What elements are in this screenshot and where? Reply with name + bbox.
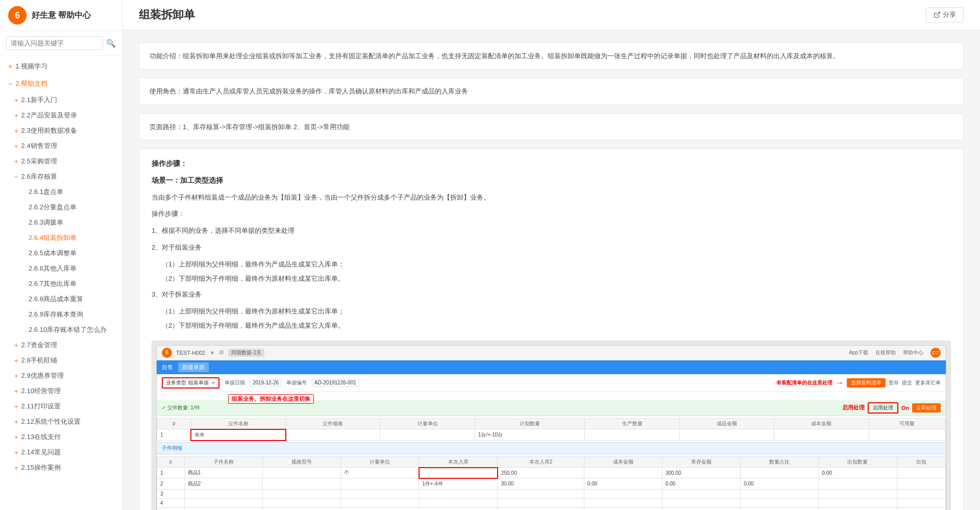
path-box: 页面路径：1、库存核算->库存管理->组装拆卸单 2、首页->常用功能 [139, 113, 964, 140]
sidebar-item-2-6-9[interactable]: 2.6.9库存账本查询 [29, 307, 122, 322]
fake-col-cost-amt: 成本金额 [774, 418, 869, 429]
sidebar-item-2-3[interactable]: + 2.3使用前数据准备 [14, 123, 122, 138]
expand-icon-2-10: + [14, 387, 18, 395]
sidebar-item-2-15[interactable]: + 2.15操作案例 [14, 460, 122, 475]
sidebar-item-2-6-10[interactable]: 2.6.10库存账本错了怎么办 [29, 322, 122, 337]
sidebar-label-2-6-8: 2.6.8商品成本重算 [29, 295, 83, 304]
share-label: 分享 [943, 10, 956, 19]
sidebar-item-2-6-1[interactable]: 2.6.1盘点单 [29, 184, 122, 200]
sidebar-label-2-10: 2.10经营管理 [21, 386, 61, 396]
sidebar-item-2-5[interactable]: + 2.5采购管理 [14, 154, 122, 169]
fake-type-select: 业务类型 组装单据 ▼ [162, 377, 219, 388]
steps-title: 操作步骤： [152, 159, 951, 168]
main-content: 组装拆卸单 分享 功能介绍：组装拆卸单用来处理企业组装或拆卸等加工业务，支持有固… [122, 0, 980, 510]
nav-sub-2-6: 2.6.1盘点单 2.6.2分量盘点单 2.6.3调拨单 2.6.4组装拆卸单 … [14, 184, 122, 337]
sidebar-label-2-3: 2.3使用前数据准备 [21, 126, 77, 135]
sidebar-label-2-6: 2.6库存核算 [21, 172, 57, 181]
sidebar-item-2-4[interactable]: + 2.4销售管理 [14, 138, 122, 154]
sidebar-item-2-1[interactable]: + 2.1新手入门 [14, 92, 122, 108]
sidebar-label-2-8: 2.8手机旺铺 [21, 356, 57, 365]
scenario-title: 场景一：加工类型选择 [152, 174, 951, 187]
screenshot-inner: 6 TEST-H002 ▼ ⚙ 同期数据-1天 App下载 在线帮助 帮助中心 … [152, 341, 950, 510]
share-icon [934, 11, 941, 18]
expand-icon-2-3: + [14, 127, 18, 135]
sidebar-label-2-6-9: 2.6.9库存账本查询 [29, 310, 83, 319]
fake-no-label: 单据编号 [286, 379, 307, 386]
sidebar-label-2-7: 2.7资金管理 [21, 341, 57, 350]
step2-1: （1）上部明细为父件明细，最终作为产成品生成某它入库单； [152, 258, 951, 271]
fake-company: TEST-H002 [176, 350, 205, 356]
fake-no-value: AD-20191226-001 [312, 379, 359, 386]
search-input[interactable] [6, 36, 103, 50]
table-row: 5 [157, 507, 946, 510]
fake-col-product-amt: 成品金额 [679, 418, 774, 429]
sidebar-item-2-6-5[interactable]: 2.6.5成本调整单 [29, 246, 122, 261]
fake-nav-home: 自售 [162, 363, 173, 371]
fake-logo: 6 [162, 348, 172, 358]
table-row: 4 [157, 498, 946, 507]
sidebar-label-2-6-3: 2.6.3调拨单 [29, 218, 63, 227]
sidebar-item-2-12[interactable]: + 2.12系统个性化设置 [14, 414, 122, 429]
sidebar-item-2-2[interactable]: + 2.2产品安装及登录 [14, 108, 122, 123]
svg-line-0 [937, 12, 940, 15]
fake-col-unit: 计量单位 [380, 418, 475, 429]
fake-badge: 同期数据-1天 [228, 349, 264, 357]
fake-nav: 自售 新建单据 [157, 360, 946, 374]
sidebar-item-2-6-8[interactable]: 2.6.8商品成本重算 [29, 292, 122, 307]
fake-date-label: 单据日期 [225, 379, 245, 386]
expand-icon-2-15: + [14, 464, 18, 472]
sidebar-item-2-6-2[interactable]: 2.6.2分量盘点单 [29, 200, 122, 215]
sidebar-item-2-8[interactable]: + 2.8手机旺铺 [14, 353, 122, 368]
sidebar-label-2-14: 2.14常见问题 [21, 448, 61, 457]
expand-icon-2-6: − [14, 173, 18, 181]
fake-sub-section: 子件明细 [157, 442, 946, 454]
fake-type-value: 组装单据 [188, 379, 209, 386]
sidebar-item-2-9[interactable]: + 2.9优惠券管理 [14, 368, 122, 383]
fake-help: 在线帮助 [875, 349, 896, 356]
sidebar-item-2-6-4[interactable]: 2.6.4组装拆卸单 [29, 230, 122, 246]
search-button[interactable]: 🔍 [103, 39, 116, 48]
sidebar-label-1: 1.视频学习 [15, 62, 47, 71]
sidebar-item-2-13[interactable]: + 2.13在线支付 [14, 429, 122, 445]
main-header: 组装拆卸单 分享 [122, 0, 980, 30]
fake-form-header: 业务类型 组装单据 ▼ 单据日期 2019-12-26 单据编号 AD-2019… [157, 374, 946, 392]
sidebar-label-2-4: 2.4销售管理 [21, 141, 57, 151]
sidebar-item-2-6[interactable]: − 2.6库存核算 [14, 169, 122, 184]
fake-arrow-right: → [836, 378, 844, 387]
sidebar-item-2[interactable]: − 2.帮助文档 [0, 75, 122, 92]
table-row: 3 [157, 489, 946, 498]
fake-process-ann: 启用处理 [842, 404, 865, 411]
sidebar-label-2-6-6: 2.6.6其他入库单 [29, 264, 77, 273]
nav-sub-2: + 2.1新手入门 + 2.2产品安装及登录 + 2.3使用前数据准备 + 2.… [0, 92, 122, 475]
expand-icon-2-12: + [14, 418, 18, 426]
sidebar-item-2-7[interactable]: + 2.7资金管理 [14, 337, 122, 353]
sidebar-item-2-6-6[interactable]: 2.6.6其他入库单 [29, 261, 122, 276]
expand-icon-2-5: + [14, 158, 18, 165]
fake-parent-name: 米米 [191, 429, 285, 441]
fake-user-avatar: CC [930, 348, 941, 358]
expand-icon-2-14: + [14, 449, 18, 456]
step3: 3、对于拆装业务 [152, 288, 951, 301]
expand-icon-1: + [8, 62, 12, 70]
fake-confirm-btn[interactable]: 立即处理 [912, 403, 941, 412]
fake-ann-center: 组装业务、拆卸业务在这里切换 [228, 394, 314, 404]
desc-box-1: 功能介绍：组装拆卸单用来处理企业组装或拆卸等加工业务，支持有固定装配清单的产品加… [139, 42, 964, 69]
share-button[interactable]: 分享 [926, 7, 964, 22]
sidebar-label-2: 2.帮助文档 [15, 79, 47, 88]
sidebar-item-2-6-3[interactable]: 2.6.3调拨单 [29, 215, 122, 230]
sidebar-item-2-6-7[interactable]: 2.6.7其他出库单 [29, 276, 122, 292]
sidebar-item-2-11[interactable]: + 2.11打印设置 [14, 399, 122, 414]
sidebar-item-1[interactable]: + 1.视频学习 [0, 58, 122, 75]
fake-sub-table: # 子件名称 规格型号 计量单位 本次入库 本次入库2 成本金额 库存金额 数量… [157, 456, 946, 510]
search-box[interactable]: 🔍 [0, 31, 122, 56]
expand-icon-2-13: + [14, 433, 18, 441]
sidebar-item-2-10[interactable]: + 2.10经营管理 [14, 383, 122, 399]
sidebar-item-2-14[interactable]: + 2.14常见问题 [14, 445, 122, 460]
fake-col-name: 父件名称 [191, 418, 285, 429]
fake-select-btn[interactable]: 选择装料清单 [847, 378, 886, 387]
step1: 1、根据不同的业务，选择不同单据的类型来处理 [152, 225, 951, 237]
fake-col-available: 可用量 [869, 418, 945, 429]
fake-ann-center-wrapper: 组装业务、拆卸业务在这里切换 [228, 394, 314, 404]
step2-2: （2）下部明细为子件明细，最终作为原材料生成某它出库单。 [152, 273, 951, 285]
logo-area: 6 好生意 帮助中心 [0, 0, 122, 31]
